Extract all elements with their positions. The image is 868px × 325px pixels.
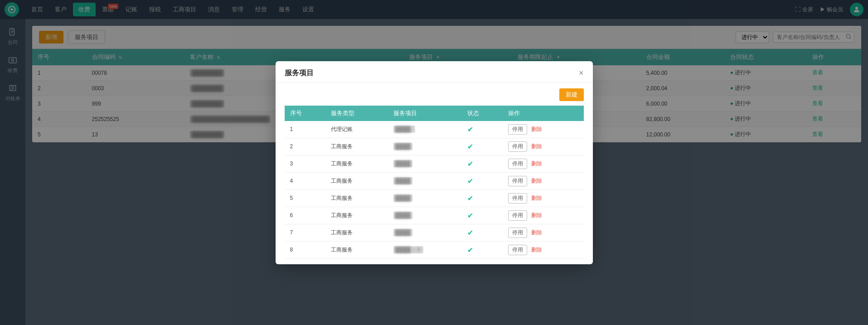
- modal-table-row: 3 工商服务 ████ ✔ 停用 删除: [285, 155, 584, 172]
- modal-cell-type: 工商服务: [325, 189, 388, 207]
- status-check-icon: ✔: [467, 212, 473, 219]
- modal-cell-status: ✔: [462, 224, 503, 241]
- modal-cell-action: 停用 删除: [503, 138, 583, 155]
- modal-cell-type: 工商服务: [325, 241, 388, 258]
- modal-table-row: 2 工商服务 ████ ✔ 停用 删除: [285, 138, 584, 155]
- modal-cell-status: ✔: [462, 155, 503, 172]
- status-check-icon: ✔: [467, 160, 473, 168]
- modal-table-row: 8 工商服务 ████注册 ✔ 停用 删除: [285, 241, 584, 258]
- modal-cell-seq: 7: [285, 224, 326, 241]
- modal-cell-project: ████: [388, 138, 462, 155]
- modal-col-project: 服务项目: [388, 106, 462, 121]
- modal-cell-type: 工商服务: [325, 138, 388, 155]
- modal-table: 序号 服务类型 服务项目 状态 操作 1 代理记账 ████1 ✔ 停用 删除 …: [285, 106, 584, 259]
- modal-toolbar: 新建: [285, 88, 584, 101]
- modal-header-row: 序号 服务类型 服务项目 状态 操作: [285, 106, 584, 121]
- modal-cell-seq: 2: [285, 138, 326, 155]
- modal-cell-status: ✔: [462, 172, 503, 189]
- modal-cell-project: ████注册: [388, 241, 462, 258]
- status-check-icon: ✔: [467, 126, 473, 133]
- modal-cell-status: ✔: [462, 241, 503, 258]
- modal-body-rows: 1 代理记账 ████1 ✔ 停用 删除 2 工商服务 ████ ✔ 停用 删除…: [285, 121, 584, 259]
- modal-col-type: 服务类型: [325, 106, 388, 121]
- modal-table-row: 7 工商服务 ████ ✔ 停用 删除: [285, 224, 584, 241]
- modal-cell-seq: 8: [285, 241, 326, 258]
- modal-cell-project: ████: [388, 224, 462, 241]
- delete-button[interactable]: 删除: [531, 160, 542, 168]
- modal-cell-type: 工商服务: [325, 155, 388, 172]
- delete-button[interactable]: 删除: [531, 126, 542, 133]
- delete-button[interactable]: 删除: [531, 143, 542, 150]
- modal-table-row: 6 工商服务 ████ ✔ 停用 删除: [285, 207, 584, 224]
- modal-cell-action: 停用 删除: [503, 121, 583, 138]
- modal-cell-project: ████: [388, 155, 462, 172]
- stop-button[interactable]: 停用: [508, 193, 527, 204]
- modal-cell-action: 停用 删除: [503, 155, 583, 172]
- modal-cell-status: ✔: [462, 207, 503, 224]
- stop-button[interactable]: 停用: [508, 159, 527, 169]
- status-check-icon: ✔: [467, 246, 473, 254]
- service-modal: 服务项目 × 新建 序号 服务类型 服务项目 状态 操作 1: [276, 61, 593, 264]
- modal-col-action: 操作: [503, 106, 583, 121]
- modal-cell-project: ████: [388, 207, 462, 224]
- modal-cell-type: 工商服务: [325, 207, 388, 224]
- modal-close-button[interactable]: ×: [579, 69, 584, 77]
- modal-cell-status: ✔: [462, 189, 503, 207]
- status-check-icon: ✔: [467, 177, 473, 185]
- delete-button[interactable]: 删除: [531, 194, 542, 202]
- modal-cell-project: ████: [388, 189, 462, 207]
- modal-cell-seq: 1: [285, 121, 326, 138]
- status-check-icon: ✔: [467, 194, 473, 202]
- delete-button[interactable]: 删除: [531, 177, 542, 185]
- modal-cell-status: ✔: [462, 121, 503, 138]
- modal-cell-type: 代理记账: [325, 121, 388, 138]
- modal-cell-action: 停用 删除: [503, 172, 583, 189]
- stop-button[interactable]: 停用: [508, 124, 527, 135]
- modal-cell-action: 停用 删除: [503, 224, 583, 241]
- stop-button[interactable]: 停用: [508, 210, 527, 221]
- modal-cell-action: 停用 删除: [503, 207, 583, 224]
- modal-cell-project: ████: [388, 172, 462, 189]
- status-check-icon: ✔: [467, 229, 473, 237]
- status-check-icon: ✔: [467, 143, 473, 150]
- delete-button[interactable]: 删除: [531, 229, 542, 237]
- delete-button[interactable]: 删除: [531, 246, 542, 254]
- modal-cell-seq: 4: [285, 172, 326, 189]
- modal-table-row: 4 工商服务 ████ ✔ 停用 删除: [285, 172, 584, 189]
- modal-cell-status: ✔: [462, 138, 503, 155]
- stop-button[interactable]: 停用: [508, 245, 527, 255]
- delete-button[interactable]: 删除: [531, 212, 542, 219]
- modal-table-row: 1 代理记账 ████1 ✔ 停用 删除: [285, 121, 584, 138]
- modal-new-button[interactable]: 新建: [559, 88, 584, 101]
- modal-cell-action: 停用 删除: [503, 241, 583, 258]
- stop-button[interactable]: 停用: [508, 176, 527, 186]
- modal-title: 服务项目: [285, 68, 314, 78]
- modal-cell-action: 停用 删除: [503, 189, 583, 207]
- modal-cell-seq: 3: [285, 155, 326, 172]
- modal-cell-seq: 6: [285, 207, 326, 224]
- modal-table-row: 5 工商服务 ████ ✔ 停用 删除: [285, 189, 584, 207]
- modal-cell-type: 工商服务: [325, 224, 388, 241]
- modal-body: 新建 序号 服务类型 服务项目 状态 操作 1 代理记账 ████1 ✔ 停用: [276, 83, 593, 264]
- modal-overlay[interactable]: 服务项目 × 新建 序号 服务类型 服务项目 状态 操作 1: [0, 0, 868, 325]
- modal-cell-seq: 5: [285, 189, 326, 207]
- modal-col-seq: 序号: [285, 106, 326, 121]
- modal-header: 服务项目 ×: [276, 61, 593, 83]
- stop-button[interactable]: 停用: [508, 141, 527, 152]
- modal-cell-project: ████1: [388, 121, 462, 138]
- modal-col-status: 状态: [462, 106, 503, 121]
- stop-button[interactable]: 停用: [508, 228, 527, 238]
- modal-cell-type: 工商服务: [325, 172, 388, 189]
